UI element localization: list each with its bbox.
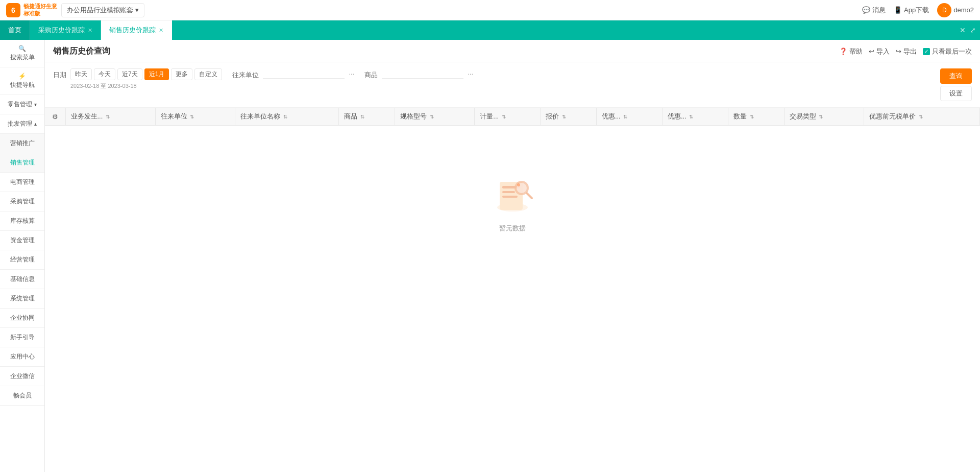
- query-button[interactable]: 查询: [940, 68, 972, 84]
- date-btn-today[interactable]: 今天: [94, 68, 115, 80]
- col-discount2[interactable]: 优惠... ⇅: [662, 108, 728, 126]
- sort-icon: ⇅: [190, 114, 194, 120]
- top-header: 6 畅捷通好生意 标准版 办公用品行业模拟账套 ▾ 💬 消息 📱 App下载 D…: [0, 0, 980, 20]
- empty-state-text: 暂元数据: [499, 224, 526, 233]
- chevron-down-icon: ▾: [135, 6, 139, 14]
- sort-icon: ⇅: [919, 114, 923, 120]
- date-btn-7days[interactable]: 近7天: [117, 68, 142, 80]
- sidebar-item-enterprise-wechat[interactable]: 企业微信: [0, 367, 44, 386]
- svg-rect-3: [502, 191, 515, 193]
- sidebar: 🔍 搜索菜单 ⚡ 快捷导航 零售管理 ▾ 批发管理 ▴ 营销推广 销售管理 电商…: [0, 40, 45, 472]
- tab-purchase-close-icon[interactable]: ✕: [88, 27, 92, 34]
- sidebar-item-wholesale-mgmt[interactable]: 批发管理 ▴: [0, 114, 44, 134]
- goods-input[interactable]: [382, 68, 463, 79]
- user-area[interactable]: D demo2: [937, 3, 974, 17]
- settings-button[interactable]: 设置: [940, 86, 972, 101]
- app-selector[interactable]: 办公用品行业模拟账套 ▾: [61, 3, 144, 17]
- checkbox-ticked-icon: ✓: [923, 48, 930, 55]
- col-trade-type[interactable]: 交易类型 ⇅: [784, 108, 864, 126]
- sort-icon: ⇅: [562, 114, 566, 120]
- sidebar-item-app-center[interactable]: 应用中心: [0, 347, 44, 367]
- avatar: D: [937, 3, 951, 17]
- table-container: ⚙ 业务发生... ⇅ 往来单位 ⇅ 往来单位名称 ⇅: [45, 108, 980, 472]
- tab-bar-right: ✕ ⤢: [960, 26, 980, 34]
- export-btn[interactable]: ↪ 导出: [896, 47, 917, 56]
- sidebar-item-member[interactable]: 畅会员: [0, 386, 44, 406]
- sidebar-item-ecommerce[interactable]: 电商管理: [0, 173, 44, 192]
- sidebar-item-marketing[interactable]: 营销推广: [0, 134, 44, 153]
- maximize-icon[interactable]: ⤢: [970, 26, 976, 34]
- sidebar-item-inventory[interactable]: 库存核算: [0, 211, 44, 231]
- col-goods[interactable]: 商品 ⇅: [339, 108, 395, 126]
- col-discount1[interactable]: 优惠... ⇅: [596, 108, 662, 126]
- tab-purchase-history[interactable]: 采购历史价跟踪 ✕: [30, 20, 101, 40]
- date-label: 日期: [53, 68, 66, 80]
- header-right: 💬 消息 📱 App下载 D demo2: [862, 3, 974, 17]
- partner-filter-group: 往来单位 ...: [232, 68, 354, 80]
- import-icon: ↩: [869, 48, 874, 55]
- date-btn-more[interactable]: 更多: [171, 68, 192, 80]
- col-biz-date[interactable]: 业务发生... ⇅: [65, 108, 155, 126]
- sidebar-item-sales-mgmt[interactable]: 销售管理: [0, 153, 44, 173]
- date-filter-options: 昨天 今天 近7天 近1月 更多 自定义 2023-02-18 至 2023-0…: [70, 68, 222, 90]
- tab-sales-close-icon[interactable]: ✕: [159, 27, 163, 34]
- sort-icon: ⇅: [750, 114, 754, 120]
- sort-icon: ⇅: [623, 114, 627, 120]
- tab-home[interactable]: 首页: [0, 20, 30, 40]
- svg-line-7: [527, 193, 532, 198]
- table-header-row: ⚙ 业务发生... ⇅ 往来单位 ⇅ 往来单位名称 ⇅: [45, 108, 980, 126]
- logo-text: 畅捷通好生意 标准版: [23, 3, 57, 16]
- sidebar-item-search-menu[interactable]: 🔍 搜索菜单: [0, 40, 44, 67]
- col-unit[interactable]: 计量... ⇅: [475, 108, 541, 126]
- sidebar-item-purchase[interactable]: 采购管理: [0, 192, 44, 211]
- date-btn-yesterday[interactable]: 昨天: [70, 68, 92, 80]
- partner-input[interactable]: [263, 68, 345, 79]
- import-btn[interactable]: ↩ 导入: [869, 47, 890, 56]
- sort-icon: ⇅: [430, 114, 434, 120]
- tab-sales-history[interactable]: 销售历史价跟踪 ✕: [101, 20, 172, 40]
- chevron-down-icon: ▾: [34, 102, 37, 107]
- goods-label: 商品: [364, 68, 378, 80]
- empty-state: 暂元数据: [45, 126, 980, 274]
- close-window-icon[interactable]: ✕: [960, 26, 966, 34]
- sidebar-item-basic-info[interactable]: 基础信息: [0, 270, 44, 289]
- sort-icon: ⇅: [283, 114, 287, 120]
- sidebar-item-collab[interactable]: 企业协同: [0, 309, 44, 328]
- content-area: 销售历史价查询 ❓ 帮助 ↩ 导入 ↪ 导出 ✓: [45, 40, 980, 472]
- sidebar-item-finance[interactable]: 资金管理: [0, 231, 44, 250]
- date-filter-group: 日期 昨天 今天 近7天 近1月 更多 自定义 2023-02-18 至 202…: [53, 68, 222, 90]
- last-only-checkbox[interactable]: ✓ 只看最后一次: [923, 47, 972, 56]
- date-filter-btns: 昨天 今天 近7天 近1月 更多 自定义: [70, 68, 222, 80]
- col-quote-price[interactable]: 报价 ⇅: [541, 108, 596, 126]
- sidebar-item-guide[interactable]: 新手引导: [0, 328, 44, 347]
- sidebar-item-retail-mgmt[interactable]: 零售管理 ▾: [0, 95, 44, 114]
- sort-icon: ⇅: [819, 114, 823, 120]
- message-btn[interactable]: 💬 消息: [862, 6, 886, 15]
- help-icon: ❓: [839, 48, 847, 55]
- date-btn-1month[interactable]: 近1月: [144, 68, 169, 80]
- download-icon: 📱: [894, 6, 902, 14]
- col-quantity[interactable]: 数量 ⇅: [728, 108, 784, 126]
- main-layout: 🔍 搜索菜单 ⚡ 快捷导航 零售管理 ▾ 批发管理 ▴ 营销推广 销售管理 电商…: [0, 40, 980, 472]
- app-download-btn[interactable]: 📱 App下载: [894, 6, 929, 15]
- message-icon: 💬: [862, 6, 870, 14]
- col-settings[interactable]: ⚙: [45, 108, 65, 126]
- sort-icon: ⇅: [360, 114, 364, 120]
- header-left: 6 畅捷通好生意 标准版 办公用品行业模拟账套 ▾: [6, 3, 144, 17]
- col-pretax-price[interactable]: 优惠前无税单价 ⇅: [864, 108, 979, 126]
- tab-bar: 首页 采购历史价跟踪 ✕ 销售历史价跟踪 ✕ ✕ ⤢: [0, 20, 980, 40]
- svg-rect-4: [502, 196, 518, 198]
- date-range-display: 2023-02-18 至 2023-03-18: [70, 82, 222, 90]
- col-partner-code[interactable]: 往来单位 ⇅: [155, 108, 235, 126]
- date-btn-custom[interactable]: 自定义: [194, 68, 222, 80]
- logo-area: 6 畅捷通好生意 标准版: [6, 3, 57, 17]
- help-btn[interactable]: ❓ 帮助: [839, 47, 863, 56]
- sidebar-item-quick-nav[interactable]: ⚡ 快捷导航: [0, 67, 44, 95]
- nav-icon: ⚡: [18, 73, 26, 80]
- sidebar-item-business[interactable]: 经营管理: [0, 250, 44, 270]
- col-partner-name[interactable]: 往来单位名称 ⇅: [235, 108, 338, 126]
- sidebar-item-system[interactable]: 系统管理: [0, 289, 44, 309]
- col-spec[interactable]: 规格型号 ⇅: [395, 108, 474, 126]
- page-title: 销售历史价查询: [53, 46, 110, 57]
- partner-label: 往来单位: [232, 68, 259, 80]
